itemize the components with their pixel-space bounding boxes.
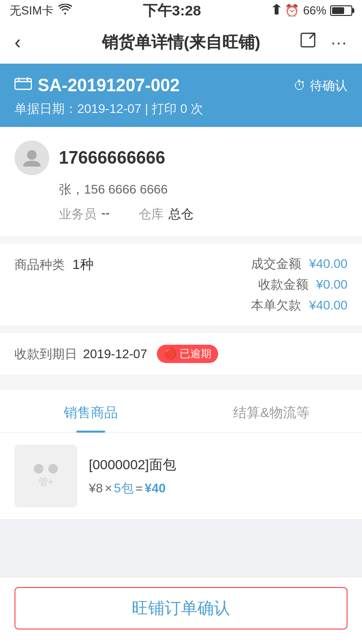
tab-products[interactable]: 销售商品 <box>0 390 181 433</box>
sales-value: -- <box>101 206 110 223</box>
avatar <box>14 140 49 175</box>
customer-phone: 17666666666 <box>59 148 165 168</box>
order-stats-section: 商品种类 1种 成交金额 ¥40.00 收款金额 ¥0.00 本单欠款 ¥40.… <box>0 244 362 325</box>
product-type: 商品种类 1种 <box>14 255 94 274</box>
debt-stat: 本单欠款 ¥40.00 <box>251 297 348 314</box>
product-type-label: 商品种类 <box>14 256 65 273</box>
owl-eyes <box>34 464 58 474</box>
price-base: ¥8 <box>89 481 103 496</box>
bottom-action: 旺铺订单确认 <box>0 577 362 644</box>
product-type-value: 1种 <box>72 255 94 274</box>
product-name: [0000002]面包 <box>89 456 348 474</box>
sales-label: 业务员 <box>59 206 97 223</box>
due-date-value: 2019-12-07 <box>83 347 147 362</box>
payment-stat: 收款金额 ¥0.00 <box>251 276 348 293</box>
order-icon <box>14 75 32 96</box>
order-date: 单据日期：2019-12-07 | 打印 0 次 <box>14 100 348 117</box>
confirm-button[interactable]: 旺铺订单确认 <box>14 587 348 630</box>
carrier-text: 无SIM卡 <box>10 3 54 18</box>
stats-row: 商品种类 1种 成交金额 ¥40.00 收款金额 ¥0.00 本单欠款 ¥40.… <box>14 255 348 314</box>
section-divider <box>0 382 362 390</box>
back-button[interactable]: ‹ <box>14 31 43 53</box>
customer-section: 17666666666 张，156 6666 6666 业务员 -- 仓库 总仓 <box>0 127 362 236</box>
owl-eye-right <box>48 464 58 474</box>
debt-label: 本单欠款 <box>251 297 301 314</box>
status-clock-icon: ⏱ <box>293 78 306 93</box>
nav-actions: ··· <box>299 31 348 53</box>
payment-value: ¥0.00 <box>316 277 348 292</box>
status-bar: 无SIM卡 下午3:28 ⏰ 66% <box>0 0 362 21</box>
product-row: 管+ [0000002]面包 ¥8 × 5包 = ¥40 <box>14 445 348 507</box>
warehouse-label: 仓库 <box>139 206 164 223</box>
price-qty: 5包 <box>114 480 133 497</box>
due-date-section: 收款到期日 2019-12-07 🔴 已逾期 <box>0 333 362 375</box>
sales-meta: 业务员 -- <box>59 206 110 223</box>
banner-top: SA-20191207-002 ⏱ 待确认 <box>14 75 348 96</box>
status-left: 无SIM卡 <box>10 3 72 18</box>
order-banner: SA-20191207-002 ⏱ 待确认 单据日期：2019-12-07 | … <box>0 64 362 127</box>
order-id: SA-20191207-002 <box>14 75 180 96</box>
equals-sign: = <box>136 481 143 496</box>
overdue-badge: 🔴 已逾期 <box>157 345 218 363</box>
owl-eye-left <box>34 464 43 474</box>
product-info: [0000002]面包 ¥8 × 5包 = ¥40 <box>89 456 348 497</box>
transaction-value: ¥40.00 <box>309 256 348 271</box>
owl-text: 管+ <box>39 476 53 489</box>
battery-icon <box>330 5 352 16</box>
customer-meta: 业务员 -- 仓库 总仓 <box>14 206 348 223</box>
overdue-text: 已逾期 <box>180 347 211 361</box>
warehouse-meta: 仓库 总仓 <box>139 206 194 223</box>
product-section: 管+ [0000002]面包 ¥8 × 5包 = ¥40 <box>0 433 362 519</box>
page-title: 销货单详情(来自旺铺) <box>102 31 261 54</box>
multiply-sign: × <box>105 481 112 496</box>
export-button[interactable] <box>299 31 317 53</box>
overdue-icon: 🔴 <box>164 348 177 360</box>
payment-label: 收款金额 <box>258 276 308 293</box>
svg-rect-1 <box>15 79 31 89</box>
time-display: 下午3:28 <box>143 1 201 21</box>
tab-settlement[interactable]: 结算&物流等 <box>181 390 362 433</box>
debt-value: ¥40.00 <box>309 298 348 313</box>
wifi-icon <box>58 4 72 17</box>
order-status: ⏱ 待确认 <box>293 77 348 94</box>
svg-point-2 <box>27 150 37 160</box>
financial-stats: 成交金额 ¥40.00 收款金额 ¥0.00 本单欠款 ¥40.00 <box>251 255 348 314</box>
alarm-icon: ⏰ <box>285 4 299 17</box>
product-owl-logo: 管+ <box>34 464 58 489</box>
transaction-label: 成交金额 <box>251 255 301 272</box>
price-total: ¥40 <box>145 481 166 496</box>
customer-row: 17666666666 <box>14 140 348 175</box>
product-thumbnail: 管+ <box>14 445 77 507</box>
more-button[interactable]: ··· <box>331 33 348 52</box>
due-label: 收款到期日 <box>14 346 77 363</box>
warehouse-value: 总仓 <box>168 206 194 223</box>
tabs-row: 销售商品 结算&物流等 <box>0 390 362 433</box>
battery-percent: 66% <box>303 4 326 17</box>
product-price: ¥8 × 5包 = ¥40 <box>89 480 348 497</box>
transaction-stat: 成交金额 ¥40.00 <box>251 255 348 272</box>
status-right: ⏰ 66% <box>272 4 352 17</box>
customer-name: 张，156 6666 6666 <box>14 181 348 198</box>
tabs-section: 销售商品 结算&物流等 管+ [0000002]面包 ¥8 <box>0 390 362 519</box>
nav-bar: ‹ 销货单详情(来自旺铺) ··· <box>0 21 362 64</box>
location-icon <box>272 4 281 17</box>
